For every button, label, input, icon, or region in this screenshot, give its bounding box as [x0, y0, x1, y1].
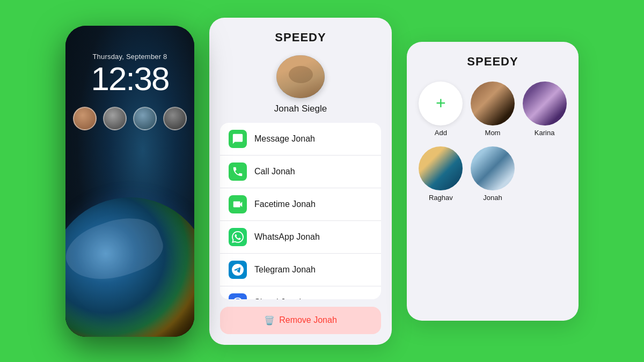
contact-name-raghav: Raghav	[429, 194, 453, 202]
contact-photo-karina	[523, 82, 567, 125]
message-label: Message Jonah	[254, 134, 315, 144]
remove-button[interactable]: 🗑️ Remove Jonah	[220, 307, 381, 334]
contact-name: Jonah Siegle	[274, 104, 327, 114]
remove-label: Remove Jonah	[279, 315, 337, 325]
add-label: Add	[435, 129, 447, 137]
phone-screen: Thursday, September 8 12:38	[65, 26, 194, 337]
contact-photo-raghav	[419, 146, 463, 190]
earth-graphic	[65, 197, 194, 337]
earth-sphere	[65, 197, 194, 337]
contact-cell-karina[interactable]: Karina	[521, 82, 568, 137]
telegram-icon	[229, 261, 247, 279]
phone-avatar-2[interactable]	[103, 107, 127, 130]
phone-avatar-4[interactable]	[163, 107, 187, 130]
phone-mockup: Thursday, September 8 12:38	[65, 26, 194, 337]
call-label: Call Jonah	[254, 167, 295, 176]
signal-icon	[229, 293, 247, 299]
action-item-facetime[interactable]: Facetime Jonah	[220, 188, 381, 221]
contact-name-mom: Mom	[485, 129, 501, 137]
contact-avatar	[276, 55, 325, 99]
contact-photo-mom	[471, 82, 515, 125]
call-icon	[229, 162, 247, 181]
add-circle-button[interactable]: +	[419, 82, 463, 125]
contact-name-jonah: Jonah	[483, 194, 502, 202]
contacts-grid-panel: SPEEDY + Add MomKarinaRaghavJonah	[407, 42, 579, 321]
trash-icon: 🗑️	[264, 315, 275, 326]
contact-photo-jonah	[471, 146, 515, 190]
contact-cell-raghav[interactable]: Raghav	[418, 146, 464, 202]
add-contact-cell[interactable]: + Add	[418, 82, 464, 137]
action-item-message[interactable]: Message Jonah	[220, 123, 381, 156]
facetime-icon	[229, 195, 247, 213]
phone-time-area: Thursday, September 8 12:38	[91, 53, 169, 97]
signal-label: Signal Jonah	[254, 298, 304, 299]
contact-detail-card: SPEEDY Jonah Siegle Message JonahCall Jo…	[209, 18, 392, 345]
phone-avatar-1[interactable]	[73, 107, 97, 130]
action-item-call[interactable]: Call Jonah	[220, 156, 381, 188]
facetime-label: Facetime Jonah	[254, 200, 316, 209]
whatsapp-label: WhatsApp Jonah	[254, 232, 320, 242]
telegram-label: Telegram Jonah	[254, 265, 316, 275]
phone-avatar-3[interactable]	[133, 107, 157, 130]
action-item-whatsapp[interactable]: WhatsApp Jonah	[220, 221, 381, 254]
action-list: Message JonahCall JonahFacetime JonahWha…	[220, 123, 381, 299]
middle-card-title: SPEEDY	[275, 31, 326, 45]
contact-cell-jonah[interactable]: Jonah	[470, 146, 516, 202]
contact-photo	[276, 55, 325, 99]
phone-avatars	[73, 107, 187, 130]
action-item-telegram[interactable]: Telegram Jonah	[220, 254, 381, 286]
phone-date: Thursday, September 8	[91, 53, 169, 61]
phone-time: 12:38	[91, 61, 169, 97]
action-item-signal[interactable]: Signal Jonah	[220, 286, 381, 299]
contacts-grid: + Add MomKarinaRaghavJonah	[418, 82, 568, 202]
whatsapp-icon	[229, 228, 247, 246]
right-panel-title: SPEEDY	[467, 55, 518, 69]
contact-cell-mom[interactable]: Mom	[470, 82, 516, 137]
message-icon	[229, 130, 247, 148]
contact-name-karina: Karina	[535, 129, 555, 137]
